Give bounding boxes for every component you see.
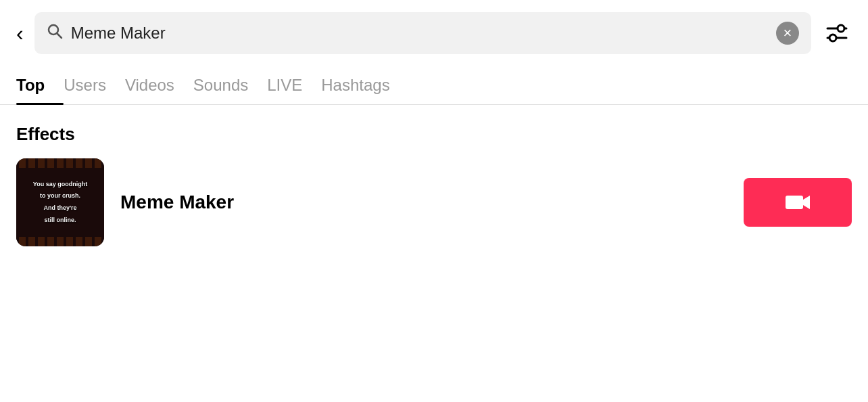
search-icon: [47, 23, 63, 43]
tab-users[interactable]: Users: [64, 66, 125, 104]
filter-button[interactable]: [822, 18, 852, 48]
tabs-bar: Top Users Videos Sounds LIVE Hashtags: [0, 66, 868, 105]
header: ‹ Meme Maker: [0, 0, 868, 66]
effect-text-line-3: And they're: [43, 204, 76, 213]
search-bar: Meme Maker: [34, 12, 811, 54]
effect-item: You say goodnight to your crush. And the…: [16, 158, 852, 246]
svg-rect-6: [786, 196, 803, 209]
effect-thumbnail[interactable]: You say goodnight to your crush. And the…: [16, 158, 104, 246]
camera-icon: [784, 189, 811, 216]
effect-text-line-4: still online.: [44, 217, 76, 225]
effect-text-line-2: to your crush.: [40, 192, 80, 200]
tab-videos[interactable]: Videos: [125, 66, 193, 104]
effect-name: Meme Maker: [120, 192, 727, 213]
effect-text-line-1: You say goodnight: [33, 181, 87, 189]
content-area: Effects You say goodnight to your crush.…: [0, 105, 868, 265]
svg-point-3: [838, 25, 844, 32]
section-title: Effects: [16, 124, 852, 145]
filter-icon: [825, 21, 849, 45]
try-effect-button[interactable]: [744, 178, 852, 227]
tab-hashtags[interactable]: Hashtags: [321, 66, 408, 104]
back-button[interactable]: ‹: [16, 22, 24, 44]
svg-point-5: [829, 35, 836, 41]
tab-sounds[interactable]: Sounds: [193, 66, 267, 104]
clear-button[interactable]: [776, 22, 799, 45]
tab-top[interactable]: Top: [16, 66, 64, 104]
svg-marker-7: [803, 196, 810, 209]
search-input[interactable]: Meme Maker: [71, 24, 768, 43]
effect-overlay: You say goodnight to your crush. And the…: [26, 174, 94, 231]
svg-line-1: [57, 34, 62, 39]
tab-live[interactable]: LIVE: [267, 66, 321, 104]
